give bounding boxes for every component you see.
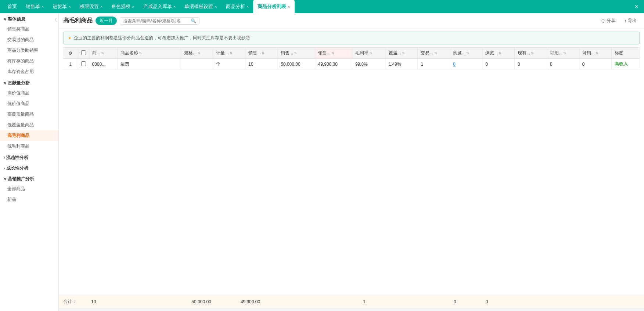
nav-permission[interactable]: 权限设置 × [75, 0, 107, 13]
sidebar-item-category-rate[interactable]: 商品分类助销率 [0, 45, 58, 56]
nav-product-analysis-list[interactable]: 商品分析列表 × [253, 0, 294, 13]
search-box[interactable]: 🔍 [120, 17, 199, 25]
td-coverage: 1.49% [385, 59, 418, 70]
table-wrapper[interactable]: ⚙ 商...⇅ 商品名称⇅ 规格...⇅ 计量...⇅ 销售...⇅ 销售...… [63, 47, 640, 295]
sidebar-group-marketing-title[interactable]: ∨ 营销推广分析 [0, 173, 58, 184]
th-sale-profit[interactable]: 销售...⇅ [315, 48, 352, 59]
td-name: 运费 [117, 59, 181, 70]
td-browse1[interactable]: 0 [450, 59, 482, 70]
export-icon: ↑ [624, 18, 626, 23]
sidebar-group-trend: › 流趋性分析 [0, 152, 58, 162]
sidebar-group-overall-title[interactable]: ∨ 整体信息 [0, 13, 58, 24]
select-all-checkbox[interactable] [81, 50, 86, 55]
nav-close-list[interactable]: × [288, 4, 290, 9]
nav-home[interactable]: 首页 [3, 0, 21, 13]
sidebar-group-contribution: ∨ 贡献量分析 高价值商品 低价值商品 高覆盖量商品 低覆盖量商品 高毛利商品 … [0, 77, 58, 152]
footer-sale-amount: 50,000.00 [191, 299, 211, 304]
sidebar-item-low-value[interactable]: 低价值商品 [0, 98, 58, 109]
sidebar-item-stock-capital[interactable]: 库存资金占用 [0, 66, 58, 77]
share-button[interactable]: ⬡ 分享 [598, 16, 618, 25]
th-gross-margin[interactable]: 毛利率⇅ [352, 48, 385, 59]
info-icon: ✦ [68, 36, 72, 41]
arrow-icon-5: ∨ [4, 177, 6, 181]
sidebar-item-high-margin[interactable]: 高毛利商品 [0, 130, 58, 141]
search-input[interactable] [123, 18, 189, 23]
footer-summary: 合计： 10 50,000.00 49,900.00 1 0 0 [59, 295, 644, 308]
arrow-icon-3: › [4, 156, 5, 160]
sidebar-item-low-margin[interactable]: 低毛利商品 [0, 141, 58, 152]
arrow-icon-4: › [4, 166, 5, 170]
td-tag: 高收入 [611, 59, 639, 70]
footer-label: 合计： [63, 299, 76, 305]
th-available-stock[interactable]: 可用...⇅ [547, 48, 579, 59]
search-icon[interactable]: 🔍 [191, 18, 196, 23]
table-header-row: ⚙ 商...⇅ 商品名称⇅ 规格...⇅ 计量...⇅ 销售...⇅ 销售...… [63, 48, 640, 59]
data-table: ⚙ 商...⇅ 商品名称⇅ 规格...⇅ 计量...⇅ 销售...⇅ 销售...… [63, 47, 640, 70]
sidebar-group-contribution-title[interactable]: ∨ 贡献量分析 [0, 77, 58, 88]
info-banner: ✦ 企业的主要的利润都是这部分商品创造的，可考虑加大推广，同时关注库存是不要出现… [63, 32, 640, 44]
sidebar-group-overall: ∨ 整体信息 销售类商品 交易过的商品 商品分类助销率 有库存的商品 库存资金占… [0, 13, 58, 77]
th-browse2[interactable]: 浏览...⇅ [482, 48, 515, 59]
sidebar-item-high-value[interactable]: 高价值商品 [0, 88, 58, 98]
sidebar-group-growth: › 成长性分析 [0, 162, 58, 173]
sidebar-item-all-goods[interactable]: 全部商品 [0, 184, 58, 194]
arrow-icon-2: ∨ [4, 81, 6, 85]
row-checkbox[interactable] [81, 61, 86, 66]
sidebar-item-in-stock[interactable]: 有库存的商品 [0, 56, 58, 66]
td-transaction: 1 [418, 59, 450, 70]
arrow-icon: ∨ [4, 17, 6, 21]
time-filter-button[interactable]: 近一月 [96, 17, 117, 25]
sidebar-collapse-button[interactable]: 《 [51, 16, 58, 23]
footer-saleable: 0 [486, 299, 488, 304]
nav-close-template[interactable]: × [215, 4, 217, 9]
export-button[interactable]: ↑ 导出 [621, 16, 640, 25]
top-navigation: 首页 销售单 × 进货单 × 权限设置 × 角色授权 × 产成品入库单 × 单据… [0, 0, 644, 13]
th-settings[interactable]: ⚙ [63, 48, 78, 59]
th-sale-qty[interactable]: 销售...⇅ [245, 48, 278, 59]
th-current-stock[interactable]: 现有...⇅ [515, 48, 547, 59]
sidebar-item-low-coverage[interactable]: 低覆盖量商品 [0, 120, 58, 130]
content-header: 高毛利商品 近一月 🔍 ⬡ 分享 ↑ 导出 [59, 13, 644, 29]
nav-close-purchase[interactable]: × [68, 4, 71, 9]
nav-close-product-in[interactable]: × [173, 4, 176, 9]
nav-role[interactable]: 角色授权 × [107, 0, 138, 13]
sidebar-item-new-goods[interactable]: 新品 [0, 194, 58, 205]
th-sale-amount[interactable]: 销售...⇅ [278, 48, 315, 59]
th-browse1[interactable]: 浏览...⇅ [450, 48, 482, 59]
footer-browse1: 0 [454, 299, 456, 304]
footer-sale-qty: 10 [91, 299, 96, 304]
nav-sales[interactable]: 销售单 × [21, 0, 48, 13]
nav-template[interactable]: 单据模板设置 × [180, 0, 221, 13]
share-icon: ⬡ [601, 18, 605, 23]
th-unit[interactable]: 计量...⇅ [213, 48, 245, 59]
nav-product-analysis[interactable]: 商品分析 × [222, 0, 253, 13]
sidebar-item-traded-goods[interactable]: 交易过的商品 [0, 35, 58, 45]
page-title: 高毛利商品 [63, 17, 93, 25]
th-check[interactable] [78, 48, 89, 59]
th-name[interactable]: 商品名称⇅ [117, 48, 181, 59]
th-code[interactable]: 商...⇅ [89, 48, 117, 59]
horizontal-scrollbar[interactable] [59, 308, 644, 311]
nav-product-in[interactable]: 产成品入库单 × [139, 0, 180, 13]
nav-purchase[interactable]: 进货单 × [48, 0, 75, 13]
nav-close-role[interactable]: × [132, 4, 134, 9]
sidebar-item-high-coverage[interactable]: 高覆盖量商品 [0, 109, 58, 120]
window-close-button[interactable]: × [632, 3, 641, 10]
sidebar-group-trend-title[interactable]: › 流趋性分析 [0, 152, 58, 162]
sidebar-item-sales-goods[interactable]: 销售类商品 [0, 24, 58, 35]
main-layout: 《 ∨ 整体信息 销售类商品 交易过的商品 商品分类助销率 有库存的商品 库存资… [0, 13, 644, 311]
td-gross-margin: 99.8% [352, 59, 385, 70]
th-coverage[interactable]: 覆盖...⇅ [385, 48, 418, 59]
table-row: 1 0000... 运费 个 10 50,000.00 49,900.00 99… [63, 59, 640, 70]
nav-close-permission[interactable]: × [100, 4, 102, 9]
nav-close-product-analysis[interactable]: × [247, 4, 249, 9]
td-check[interactable] [78, 59, 89, 70]
th-saleable-stock[interactable]: 可销...⇅ [579, 48, 611, 59]
td-saleable-stock: 0 [579, 59, 611, 70]
td-unit: 个 [213, 59, 245, 70]
td-available-stock: 0 [547, 59, 579, 70]
nav-close-sales[interactable]: × [42, 4, 44, 9]
sidebar-group-growth-title[interactable]: › 成长性分析 [0, 162, 58, 173]
th-transaction[interactable]: 交易...⇅ [418, 48, 450, 59]
th-spec[interactable]: 规格...⇅ [181, 48, 213, 59]
